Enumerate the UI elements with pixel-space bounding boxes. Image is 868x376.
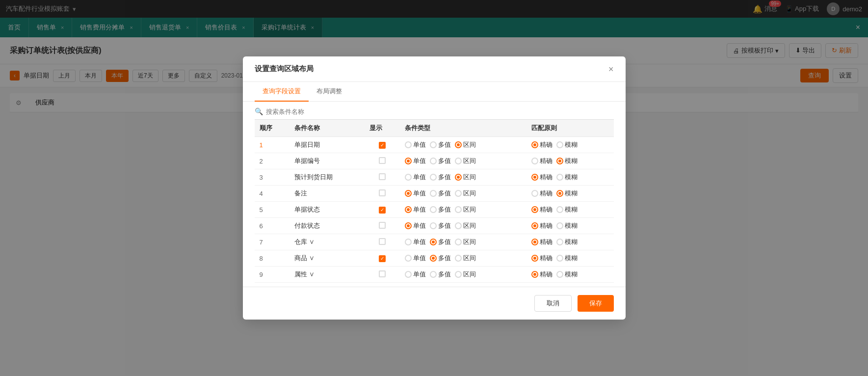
match-exact-radio[interactable] xyxy=(531,255,538,262)
match-fuzzy[interactable]: 模糊 xyxy=(556,270,578,279)
cond-single-radio[interactable] xyxy=(405,141,412,148)
checkbox-0[interactable]: ✓ xyxy=(379,142,386,149)
cond-single[interactable]: 单值 xyxy=(405,189,426,198)
cond-range[interactable]: 区间 xyxy=(455,238,476,246)
cond-multi-radio[interactable] xyxy=(430,271,437,278)
cond-single-radio[interactable] xyxy=(405,206,412,213)
cancel-button[interactable]: 取消 xyxy=(534,295,572,312)
row-display-checkbox[interactable] xyxy=(365,267,400,283)
row-display-checkbox[interactable]: ✓ xyxy=(365,202,400,218)
cond-range-radio[interactable] xyxy=(455,158,462,164)
match-fuzzy[interactable]: 模糊 xyxy=(556,221,578,230)
row-display-checkbox[interactable]: ✓ xyxy=(365,137,400,153)
match-exact[interactable]: 精确 xyxy=(531,270,552,279)
checkbox-8[interactable] xyxy=(379,270,386,277)
cond-single[interactable]: 单值 xyxy=(405,221,426,230)
cond-multi[interactable]: 多值 xyxy=(430,238,451,246)
cond-single[interactable]: 单值 xyxy=(405,140,426,149)
cond-single[interactable]: 单值 xyxy=(405,254,426,263)
match-fuzzy-radio[interactable] xyxy=(556,239,563,245)
row-display-checkbox[interactable] xyxy=(365,283,400,287)
match-exact-radio[interactable] xyxy=(531,222,538,229)
cond-range-radio[interactable] xyxy=(455,206,462,213)
match-exact[interactable]: 精确 xyxy=(531,189,552,198)
match-fuzzy[interactable]: 模糊 xyxy=(556,254,578,263)
match-exact[interactable]: 精确 xyxy=(531,140,552,149)
cond-multi[interactable]: 多值 xyxy=(430,221,451,230)
match-fuzzy[interactable]: 模糊 xyxy=(556,157,578,165)
match-exact-radio[interactable] xyxy=(531,271,538,278)
modal-close-button[interactable]: × xyxy=(608,65,614,74)
cond-range-radio[interactable] xyxy=(455,255,462,262)
row-display-checkbox[interactable] xyxy=(365,169,400,186)
cond-range-radio[interactable] xyxy=(455,239,462,245)
cond-multi-radio[interactable] xyxy=(430,222,437,229)
match-fuzzy[interactable]: 模糊 xyxy=(556,173,578,182)
cond-range[interactable]: 区间 xyxy=(455,140,476,149)
match-exact[interactable]: 精确 xyxy=(531,238,552,246)
cond-multi-radio[interactable] xyxy=(430,206,437,213)
match-fuzzy[interactable]: 模糊 xyxy=(556,205,578,214)
cond-multi[interactable]: 多值 xyxy=(430,254,451,263)
checkbox-1[interactable] xyxy=(379,157,386,164)
modal-tab-layout[interactable]: 布局调整 xyxy=(309,82,350,102)
search-input[interactable] xyxy=(266,108,614,115)
match-exact-radio[interactable] xyxy=(531,141,538,148)
match-fuzzy-radio[interactable] xyxy=(556,174,563,181)
cond-range[interactable]: 区间 xyxy=(455,254,476,263)
row-display-checkbox[interactable]: ✓ xyxy=(365,250,400,267)
row-display-checkbox[interactable] xyxy=(365,153,400,169)
cond-range[interactable]: 区间 xyxy=(455,157,476,165)
cond-range[interactable]: 区间 xyxy=(455,270,476,279)
cond-multi-radio[interactable] xyxy=(430,239,437,245)
match-exact-radio[interactable] xyxy=(531,174,538,181)
match-fuzzy-radio[interactable] xyxy=(556,190,563,197)
match-fuzzy[interactable]: 模糊 xyxy=(556,140,578,149)
cond-range-radio[interactable] xyxy=(455,190,462,197)
cond-single-radio[interactable] xyxy=(405,271,412,278)
checkbox-5[interactable] xyxy=(379,222,386,229)
cond-single[interactable]: 单值 xyxy=(405,238,426,246)
match-exact-radio[interactable] xyxy=(531,190,538,197)
checkbox-3[interactable] xyxy=(379,189,386,196)
cond-multi-radio[interactable] xyxy=(430,141,437,148)
cond-range[interactable]: 区间 xyxy=(455,221,476,230)
cond-range-radio[interactable] xyxy=(455,141,462,148)
checkbox-2[interactable] xyxy=(379,173,386,180)
cond-range-radio[interactable] xyxy=(455,174,462,181)
cond-multi[interactable]: 多值 xyxy=(430,140,451,149)
cond-range[interactable]: 区间 xyxy=(455,205,476,214)
cond-single-radio[interactable] xyxy=(405,158,412,164)
checkbox-7[interactable]: ✓ xyxy=(379,255,386,262)
match-fuzzy-radio[interactable] xyxy=(556,141,563,148)
row-display-checkbox[interactable] xyxy=(365,186,400,202)
match-fuzzy-radio[interactable] xyxy=(556,222,563,229)
cond-single[interactable]: 单值 xyxy=(405,270,426,279)
cond-single-radio[interactable] xyxy=(405,190,412,197)
cond-multi[interactable]: 多值 xyxy=(430,270,451,279)
checkbox-6[interactable] xyxy=(379,238,386,245)
cond-multi[interactable]: 多值 xyxy=(430,157,451,165)
row-display-checkbox[interactable] xyxy=(365,234,400,250)
match-exact[interactable]: 精确 xyxy=(531,173,552,182)
match-fuzzy-radio[interactable] xyxy=(556,158,563,164)
cond-range-radio[interactable] xyxy=(455,222,462,229)
match-fuzzy-radio[interactable] xyxy=(556,206,563,213)
cond-range[interactable]: 区间 xyxy=(455,173,476,182)
cond-multi[interactable]: 多值 xyxy=(430,205,451,214)
match-exact-radio[interactable] xyxy=(531,158,538,164)
match-exact[interactable]: 精确 xyxy=(531,205,552,214)
cond-multi-radio[interactable] xyxy=(430,158,437,164)
match-exact[interactable]: 精确 xyxy=(531,254,552,263)
match-fuzzy[interactable]: 模糊 xyxy=(556,189,578,198)
match-exact[interactable]: 精确 xyxy=(531,221,552,230)
match-fuzzy[interactable]: 模糊 xyxy=(556,238,578,246)
match-fuzzy-radio[interactable] xyxy=(556,255,563,262)
cond-range-radio[interactable] xyxy=(455,271,462,278)
cond-range[interactable]: 区间 xyxy=(455,189,476,198)
cond-single-radio[interactable] xyxy=(405,174,412,181)
cond-single-radio[interactable] xyxy=(405,222,412,229)
cond-single-radio[interactable] xyxy=(405,255,412,262)
modal-tab-fields[interactable]: 查询字段设置 xyxy=(255,82,309,102)
match-exact-radio[interactable] xyxy=(531,206,538,213)
